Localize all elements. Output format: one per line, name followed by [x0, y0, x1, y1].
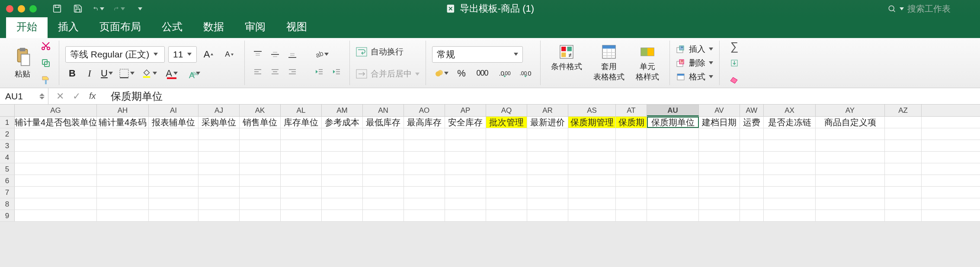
row-header-3[interactable]: 3 [0, 140, 15, 151]
tab-view[interactable]: 视图 [276, 16, 317, 38]
cell-AU4[interactable] [647, 152, 699, 163]
orientation-button[interactable]: ab [312, 48, 331, 61]
cell-AT7[interactable] [616, 187, 647, 198]
cell-AM5[interactable] [322, 163, 363, 175]
cell-AQ9[interactable] [486, 210, 527, 221]
cell-AO2[interactable] [404, 128, 445, 140]
accept-formula-icon[interactable]: ✓ [73, 91, 80, 102]
cell-AP9[interactable] [445, 210, 486, 221]
cell-AN3[interactable] [363, 140, 404, 151]
cell-AI6[interactable] [149, 175, 199, 186]
cell-AT8[interactable] [616, 198, 647, 210]
cell-AQ3[interactable] [486, 140, 527, 151]
cell-AJ2[interactable] [199, 128, 240, 140]
cell-AX9[interactable] [764, 210, 816, 221]
cell-AX2[interactable] [764, 128, 816, 140]
cell-AR5[interactable] [527, 163, 568, 175]
percent-button[interactable]: % [455, 67, 468, 80]
column-header-AY[interactable]: AY [816, 105, 885, 116]
column-header-AT[interactable]: AT [616, 105, 647, 116]
cell-AS6[interactable] [568, 175, 616, 186]
cell-AM6[interactable] [322, 175, 363, 186]
cell-AJ8[interactable] [199, 198, 240, 210]
format-as-table-button[interactable]: 套用 表格格式 [589, 44, 629, 82]
cell-AJ1[interactable]: 采购单位 [199, 117, 240, 128]
cell-AO4[interactable] [404, 152, 445, 163]
format-cells-button[interactable]: 格式 [676, 71, 713, 83]
cell-AS9[interactable] [568, 210, 616, 221]
cell-AH6[interactable] [97, 175, 149, 186]
cell-AY1[interactable]: 商品自定义项 [816, 117, 885, 128]
row-header-9[interactable]: 9 [0, 210, 15, 221]
cell-AT6[interactable] [616, 175, 647, 186]
cell-AQ4[interactable] [486, 152, 527, 163]
cell-AV4[interactable] [699, 152, 740, 163]
column-header-AU[interactable]: AU [647, 105, 699, 116]
cell-AV6[interactable] [699, 175, 740, 186]
column-header-AH[interactable]: AH [97, 105, 149, 116]
cell-AY7[interactable] [816, 187, 885, 198]
cell-AL8[interactable] [281, 198, 322, 210]
cell-AW8[interactable] [740, 198, 764, 210]
cell-AK9[interactable] [240, 210, 281, 221]
fill-color-button[interactable] [140, 67, 159, 80]
cell-AV9[interactable] [699, 210, 740, 221]
cell-AV1[interactable]: 建档日期 [699, 117, 740, 128]
tab-page-layout[interactable]: 页面布局 [89, 16, 151, 38]
tab-home[interactable]: 开始 [6, 16, 48, 38]
search-input[interactable] [907, 4, 972, 14]
column-header-AG[interactable]: AG [15, 105, 97, 116]
column-header-AJ[interactable]: AJ [199, 105, 240, 116]
cell-AO6[interactable] [404, 175, 445, 186]
cell-AN1[interactable]: 最低库存 [363, 117, 404, 128]
cell-AV3[interactable] [699, 140, 740, 151]
increase-decimal-button[interactable]: .0.00 [496, 67, 513, 80]
cell-AU8[interactable] [647, 198, 699, 210]
cell-AY3[interactable] [816, 140, 885, 151]
cell-AM7[interactable] [322, 187, 363, 198]
cell-AV2[interactable] [699, 128, 740, 140]
cell-AQ1[interactable]: 批次管理 [486, 117, 527, 128]
cell-AY9[interactable] [816, 210, 885, 221]
cell-AW9[interactable] [740, 210, 764, 221]
cell-AH7[interactable] [97, 187, 149, 198]
cell-AG7[interactable] [15, 187, 97, 198]
cell-AS4[interactable] [568, 152, 616, 163]
cell-AJ6[interactable] [199, 175, 240, 186]
cell-AH5[interactable] [97, 163, 149, 175]
cell-AW3[interactable] [740, 140, 764, 151]
cell-AZ5[interactable] [885, 163, 922, 175]
name-box-spinner[interactable] [39, 93, 45, 99]
cell-AH9[interactable] [97, 210, 149, 221]
row-header-7[interactable]: 7 [0, 187, 15, 198]
cell-AP7[interactable] [445, 187, 486, 198]
cell-AV7[interactable] [699, 187, 740, 198]
save-icon[interactable] [72, 3, 83, 14]
cell-AX4[interactable] [764, 152, 816, 163]
cell-AN4[interactable] [363, 152, 404, 163]
formula-input[interactable]: 保质期单位 [104, 89, 980, 103]
cell-AP8[interactable] [445, 198, 486, 210]
cell-AP2[interactable] [445, 128, 486, 140]
cell-AK1[interactable]: 销售单位 [240, 117, 281, 128]
cell-AI9[interactable] [149, 210, 199, 221]
merge-center-button[interactable]: 合并后居中 [356, 68, 420, 79]
row-header-4[interactable]: 4 [0, 152, 15, 163]
cell-AH2[interactable] [97, 128, 149, 140]
phonetic-guide-button[interactable]: abcA [185, 67, 206, 80]
cell-AG5[interactable] [15, 163, 97, 175]
cell-AH3[interactable] [97, 140, 149, 151]
cell-AU6[interactable] [647, 175, 699, 186]
cell-AG8[interactable] [15, 198, 97, 210]
copy-button[interactable] [39, 57, 53, 70]
cell-AK6[interactable] [240, 175, 281, 186]
row-header-2[interactable]: 2 [0, 128, 15, 140]
cell-AH1[interactable]: 辅计量4条码 [97, 117, 149, 128]
cell-AX8[interactable] [764, 198, 816, 210]
cell-AI7[interactable] [149, 187, 199, 198]
cell-AS3[interactable] [568, 140, 616, 151]
cell-AL4[interactable] [281, 152, 322, 163]
cell-AU1[interactable]: 保质期单位 [647, 117, 699, 128]
cell-AV5[interactable] [699, 163, 740, 175]
cell-AO3[interactable] [404, 140, 445, 151]
